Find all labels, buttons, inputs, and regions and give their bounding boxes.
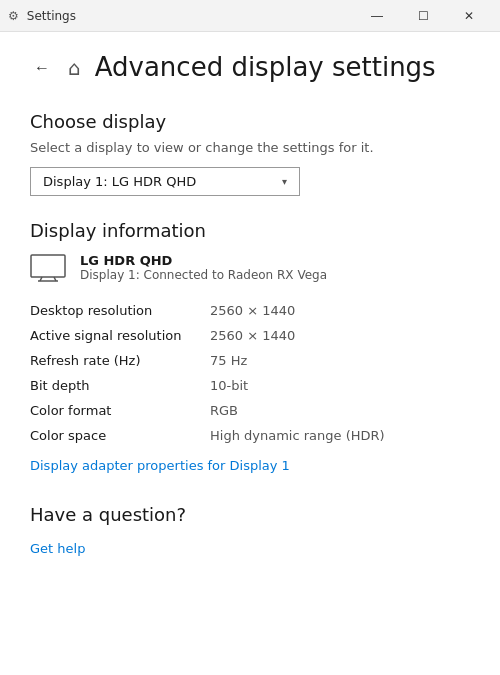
info-value: RGB [210, 398, 470, 423]
table-row: Refresh rate (Hz)75 Hz [30, 348, 470, 373]
title-bar: ⚙ Settings — ☐ ✕ [0, 0, 500, 32]
minimize-button[interactable]: — [354, 0, 400, 32]
info-value: 75 Hz [210, 348, 470, 373]
svg-rect-0 [31, 255, 65, 277]
display-info-header: LG HDR QHD Display 1: Connected to Radeo… [30, 249, 470, 282]
dropdown-value: Display 1: LG HDR QHD [43, 174, 196, 189]
get-help-link[interactable]: Get help [30, 541, 85, 556]
home-icon: ⌂ [68, 56, 81, 80]
home-icon-container: ⌂ [68, 56, 81, 80]
page-header: ← ⌂ Advanced display settings [30, 52, 470, 83]
info-label: Color format [30, 398, 210, 423]
info-label: Refresh rate (Hz) [30, 348, 210, 373]
info-label: Active signal resolution [30, 323, 210, 348]
table-row: Bit depth10-bit [30, 373, 470, 398]
table-row: Color formatRGB [30, 398, 470, 423]
adapter-properties-link[interactable]: Display adapter properties for Display 1 [30, 458, 290, 473]
maximize-button[interactable]: ☐ [400, 0, 446, 32]
back-button[interactable]: ← [30, 55, 54, 81]
choose-display-subtitle: Select a display to view or change the s… [30, 140, 470, 155]
settings-app-icon: ⚙ [8, 9, 19, 23]
info-label: Color space [30, 423, 210, 448]
info-value: 2560 × 1440 [210, 323, 470, 348]
monitor-description: Display 1: Connected to Radeon RX Vega [80, 268, 327, 282]
info-value: High dynamic range (HDR) [210, 423, 470, 448]
table-row: Desktop resolution2560 × 1440 [30, 298, 470, 323]
table-row: Active signal resolution2560 × 1440 [30, 323, 470, 348]
display-info-header-text: LG HDR QHD Display 1: Connected to Radeo… [80, 253, 327, 282]
title-bar-left: ⚙ Settings [8, 9, 76, 23]
display-info-table: Desktop resolution2560 × 1440Active sign… [30, 298, 470, 448]
choose-display-section: Choose display Select a display to view … [30, 111, 470, 196]
info-label: Desktop resolution [30, 298, 210, 323]
info-value: 2560 × 1440 [210, 298, 470, 323]
chevron-down-icon: ▾ [282, 176, 287, 187]
close-button[interactable]: ✕ [446, 0, 492, 32]
monitor-name: LG HDR QHD [80, 253, 327, 268]
info-label: Bit depth [30, 373, 210, 398]
title-bar-controls: — ☐ ✕ [354, 0, 492, 32]
title-bar-text: Settings [27, 9, 76, 23]
display-info-section: Display information LG HDR QHD Display 1… [30, 220, 470, 474]
help-section: Have a question? Get help [30, 504, 470, 557]
choose-display-title: Choose display [30, 111, 470, 132]
page-title: Advanced display settings [95, 52, 436, 83]
display-dropdown[interactable]: Display 1: LG HDR QHD ▾ [30, 167, 300, 196]
table-row: Color spaceHigh dynamic range (HDR) [30, 423, 470, 448]
monitor-icon [30, 254, 66, 282]
help-title: Have a question? [30, 504, 470, 525]
display-info-title: Display information [30, 220, 470, 241]
info-value: 10-bit [210, 373, 470, 398]
main-content: ← ⌂ Advanced display settings Choose dis… [0, 32, 500, 675]
